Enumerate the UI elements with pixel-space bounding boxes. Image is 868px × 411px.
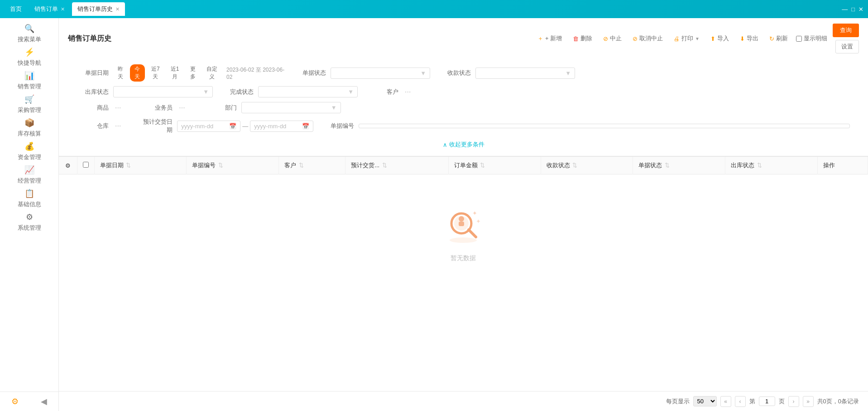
close-window-btn[interactable]: ✕ bbox=[858, 6, 863, 13]
th-order-amount[interactable]: 订单金额 ⇅ bbox=[448, 157, 541, 174]
print-label: 打印 bbox=[681, 34, 693, 43]
collapse-row[interactable]: ∧ 收起更多条件 bbox=[77, 139, 850, 150]
sidebar-item-inventory-check-label: 库存核算 bbox=[18, 130, 41, 138]
date-btn-more[interactable]: 更多 bbox=[186, 64, 201, 82]
date-range-display: 2023-06-02 至 2023-06-02 bbox=[226, 66, 285, 80]
refresh-button[interactable]: ↻ 刷新 bbox=[767, 33, 791, 44]
new-button[interactable]: ＋ + 新增 bbox=[535, 33, 565, 44]
search-button[interactable]: 查询 bbox=[833, 24, 859, 37]
minimize-btn[interactable]: — bbox=[842, 6, 848, 13]
search-setting-group: 查询 设置 bbox=[833, 24, 859, 53]
tab-sales-order-history[interactable]: 销售订单历史 ✕ bbox=[72, 2, 125, 16]
tab-sales-order[interactable]: 销售订单 ✕ bbox=[29, 2, 70, 16]
product-picker[interactable]: ··· bbox=[113, 104, 123, 112]
th-out-stock-status[interactable]: 出库状态 ⇅ bbox=[725, 157, 818, 174]
import-button[interactable]: ⬆ 导入 bbox=[708, 33, 732, 44]
page-size-select[interactable]: 50 20 100 bbox=[693, 396, 717, 406]
order-status-dropdown-icon: ▼ bbox=[420, 70, 426, 77]
maximize-btn[interactable]: □ bbox=[851, 6, 855, 13]
new-icon: ＋ bbox=[537, 34, 543, 43]
complete-status-select[interactable]: ▼ bbox=[258, 86, 358, 97]
tab-sales-order-close[interactable]: ✕ bbox=[61, 6, 65, 12]
purchase-mgmt-icon: 🛒 bbox=[24, 94, 34, 104]
total-info: 共0页，0条记录 bbox=[817, 397, 859, 406]
next-page-btn[interactable]: › bbox=[788, 396, 799, 407]
collapse-icon: ∧ bbox=[443, 141, 447, 148]
sidebar-item-sys-mgmt[interactable]: ⚙ 系统管理 bbox=[0, 210, 58, 234]
tab-sales-order-history-close[interactable]: ✕ bbox=[115, 6, 120, 12]
th-checkbox[interactable] bbox=[77, 157, 94, 174]
inventory-check-icon: 📦 bbox=[24, 118, 34, 128]
date-btn-yesterday[interactable]: 昨天 bbox=[113, 64, 128, 82]
warehouse-label: 仓库 bbox=[77, 122, 113, 130]
date-btn-today[interactable]: 今天 bbox=[130, 64, 145, 82]
salesperson-label: 业务员 bbox=[141, 104, 177, 112]
th-order-status[interactable]: 单据状态 ⇅ bbox=[633, 157, 725, 174]
stop-button[interactable]: ⊘ 中止 bbox=[600, 33, 624, 44]
display-detail-check[interactable]: 显示明细 bbox=[796, 34, 827, 43]
main-layout: 🔍 搜索菜单 ⚡ 快捷导航 📊 销售管理 🛒 采购管理 📦 库存核算 💰 资金管… bbox=[0, 18, 868, 411]
cancel-stop-button[interactable]: ⊘ 取消中止 bbox=[630, 33, 666, 44]
display-detail-checkbox[interactable] bbox=[796, 36, 802, 42]
page-size-label: 每页显示 bbox=[666, 397, 690, 406]
th-expected-date[interactable]: 预计交货... ⇅ bbox=[345, 157, 448, 174]
out-stock-status-select[interactable]: ▼ bbox=[113, 86, 213, 97]
receipt-status-select[interactable]: ▼ bbox=[475, 68, 575, 79]
prev-page-btn[interactable]: ‹ bbox=[735, 396, 746, 407]
order-status-sort-icon: ⇅ bbox=[665, 162, 670, 169]
sidebar-collapse-icon[interactable]: ◀ bbox=[41, 396, 47, 406]
sidebar-item-ops-mgmt[interactable]: 📈 经营管理 bbox=[0, 163, 58, 187]
date-btn-custom[interactable]: 自定义 bbox=[202, 64, 222, 82]
customer-picker[interactable]: ··· bbox=[403, 88, 412, 96]
th-settings[interactable]: ⚙ bbox=[59, 157, 77, 174]
th-order-no[interactable]: 单据编号 ⇅ bbox=[187, 157, 279, 174]
customer-sort-icon: ⇅ bbox=[299, 162, 304, 169]
empty-state-row: ✦ ✦ 暂无数据 bbox=[59, 174, 868, 290]
calendar-start-icon[interactable]: 📅 bbox=[229, 123, 236, 130]
print-button[interactable]: 🖨 打印 ▼ bbox=[671, 33, 702, 44]
sidebar-settings-icon[interactable]: ⚙ bbox=[11, 396, 19, 406]
order-status-select[interactable]: ▼ bbox=[331, 68, 430, 79]
sidebar-item-inventory-check[interactable]: 📦 库存核算 bbox=[0, 116, 58, 140]
current-page-input[interactable] bbox=[759, 396, 775, 406]
select-all-checkbox[interactable] bbox=[83, 162, 89, 168]
salesperson-picker[interactable]: ··· bbox=[177, 104, 187, 112]
sidebar-item-fund-mgmt[interactable]: 💰 资金管理 bbox=[0, 140, 58, 163]
expected-date-start[interactable]: yyyy-mm-dd 📅 bbox=[177, 121, 240, 132]
tab-home[interactable]: 首页 bbox=[5, 2, 27, 16]
import-icon: ⬆ bbox=[710, 35, 715, 42]
product-label: 商品 bbox=[77, 104, 113, 112]
sidebar-item-basic-info-label: 基础信息 bbox=[18, 200, 41, 208]
last-page-btn[interactable]: » bbox=[803, 396, 814, 407]
table-settings-icon[interactable]: ⚙ bbox=[65, 162, 71, 169]
print-dropdown-icon: ▼ bbox=[695, 36, 700, 41]
calendar-end-icon[interactable]: 📅 bbox=[302, 123, 309, 130]
date-btn-1month[interactable]: 近1月 bbox=[166, 64, 184, 82]
export-button[interactable]: ⬇ 导出 bbox=[737, 33, 761, 44]
filter-row-4: 仓库 ··· 预计交货日期 yyyy-mm-dd 📅 — yyyy-mm-dd … bbox=[77, 118, 850, 134]
sidebar-item-quick-nav[interactable]: ⚡ 快捷导航 bbox=[0, 45, 58, 69]
sidebar-item-basic-info[interactable]: 📋 基础信息 bbox=[0, 187, 58, 210]
sidebar-item-sales-mgmt[interactable]: 📊 销售管理 bbox=[0, 69, 58, 92]
warehouse-picker[interactable]: ··· bbox=[113, 122, 123, 130]
th-customer[interactable]: 客户 ⇅ bbox=[279, 157, 345, 174]
date-btn-7days[interactable]: 近7天 bbox=[147, 64, 164, 82]
sidebar-item-fund-mgmt-label: 资金管理 bbox=[18, 153, 41, 161]
sidebar-item-search-menu[interactable]: 🔍 搜索菜单 bbox=[0, 22, 58, 45]
department-select[interactable]: ▼ bbox=[241, 102, 341, 113]
sidebar-item-sys-mgmt-label: 系统管理 bbox=[18, 224, 41, 232]
complete-status-dropdown-icon: ▼ bbox=[348, 88, 354, 95]
sidebar-item-purchase-mgmt[interactable]: 🛒 采购管理 bbox=[0, 92, 58, 116]
expected-date-end[interactable]: yyyy-mm-dd 📅 bbox=[250, 121, 313, 132]
order-no-input[interactable] bbox=[359, 124, 850, 128]
th-receipt-status[interactable]: 收款状态 ⇅ bbox=[541, 157, 633, 174]
new-label: + 新增 bbox=[545, 34, 562, 43]
first-page-btn[interactable]: « bbox=[720, 396, 731, 407]
sidebar-bottom: ⚙ ◀ bbox=[0, 392, 58, 411]
th-date[interactable]: 单据日期 ⇅ bbox=[94, 157, 187, 174]
delete-button[interactable]: 🗑 删除 bbox=[570, 33, 595, 44]
setting-button[interactable]: 设置 bbox=[835, 40, 859, 53]
expected-date-sort-icon: ⇅ bbox=[382, 162, 387, 169]
collapse-label: 收起更多条件 bbox=[449, 140, 484, 149]
date-separator: — bbox=[242, 123, 248, 130]
